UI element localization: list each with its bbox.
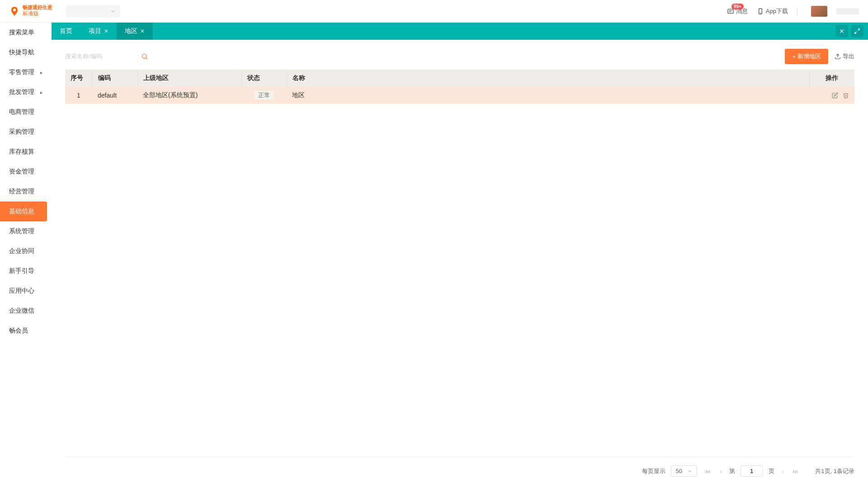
prev-page-button[interactable]: ‹ — [718, 468, 724, 475]
tab-label: 地区 — [125, 27, 137, 35]
status-badge: 正常 — [255, 91, 274, 99]
close-icon[interactable]: ✕ — [104, 28, 108, 34]
tab-label: 项目 — [89, 27, 101, 35]
per-page-select[interactable]: 50 — [671, 465, 697, 477]
tab-home[interactable]: 首页 — [52, 23, 80, 40]
tab-bar: 首页 项目✕ 地区✕ — [52, 23, 868, 40]
last-page-button[interactable]: ⏭ — [791, 468, 801, 475]
logo-icon — [9, 6, 20, 17]
svg-point-7 — [142, 54, 146, 58]
header-right: 99+ 消息 App下载 — [727, 6, 859, 17]
messages-button[interactable]: 99+ 消息 — [727, 7, 748, 15]
cell-name: 地区 — [287, 87, 809, 104]
expand-icon — [854, 28, 860, 34]
table-row[interactable]: 1 default 全部地区(系统预置) 正常 地区 — [65, 87, 854, 104]
cell-code: default — [92, 87, 137, 104]
sidebar-item-label: 资金管理 — [9, 168, 34, 176]
sidebar-item-label: 电商管理 — [9, 108, 34, 116]
messages-badge: 99+ — [731, 4, 744, 9]
tab-project[interactable]: 项目✕ — [80, 23, 117, 40]
chevron-down-icon — [110, 9, 116, 14]
sidebar-item-purchase[interactable]: 采购管理 — [0, 122, 52, 142]
sidebar-item-guide[interactable]: 新手引导 — [0, 261, 52, 281]
sidebar-item-member[interactable]: 畅会员 — [0, 321, 52, 341]
sidebar-item-quicknav[interactable]: 快捷导航 — [0, 42, 52, 62]
export-button[interactable]: 导出 — [835, 52, 854, 61]
sidebar-item-wholesale[interactable]: 批发管理▸ — [0, 82, 52, 102]
export-label: 导出 — [843, 52, 854, 61]
fullscreen-button[interactable] — [851, 25, 863, 38]
toolbar-right: + 新增地区 导出 — [785, 49, 854, 64]
tab-label: 首页 — [60, 27, 72, 35]
sidebar-item-ecommerce[interactable]: 电商管理 — [0, 102, 52, 122]
main-content: + 新增地区 导出 序号 编码 上级地区 状态 名称 操作 1 default — [52, 40, 868, 488]
caret-icon: ▸ — [40, 70, 42, 75]
sidebar-item-retail[interactable]: 零售管理▸ — [0, 62, 52, 82]
region-table: 序号 编码 上级地区 状态 名称 操作 1 default 全部地区(系统预置)… — [65, 70, 854, 104]
org-selector[interactable] — [66, 5, 120, 18]
svg-line-8 — [146, 58, 147, 59]
user-name-placeholder[interactable] — [836, 8, 859, 14]
per-page-value: 50 — [676, 468, 682, 474]
header: 畅捷通好生意 标准版 99+ 消息 App下载 — [0, 0, 868, 23]
divider — [797, 7, 797, 15]
first-page-button[interactable]: ⏮ — [703, 468, 712, 475]
cell-status: 正常 — [241, 87, 287, 104]
sidebar-item-label: 应用中心 — [9, 287, 34, 295]
sidebar-item-label: 企业协同 — [9, 247, 34, 255]
per-page-label: 每页显示 — [642, 467, 665, 475]
sidebar-item-appcenter[interactable]: 应用中心 — [0, 281, 52, 301]
caret-icon: ▸ — [40, 90, 42, 95]
sidebar-item-collab[interactable]: 企业协同 — [0, 241, 52, 261]
plus-icon: + — [792, 53, 796, 60]
sidebar-item-finance[interactable]: 资金管理 — [0, 162, 52, 182]
col-seq: 序号 — [65, 70, 92, 87]
page-summary: 共1页, 1条记录 — [815, 467, 854, 475]
edit-icon[interactable] — [832, 92, 838, 99]
sidebar-item-label: 新手引导 — [9, 267, 34, 275]
app-download-button[interactable]: App下载 — [757, 7, 788, 15]
pagination: 每页显示 50 ⏮ ‹ 第 页 › ⏭ 共1页, 1条记录 — [65, 457, 854, 488]
sidebar-item-label: 系统管理 — [9, 227, 34, 235]
sidebar-item-label: 批发管理 — [9, 88, 34, 96]
delete-icon[interactable] — [843, 92, 849, 99]
col-name: 名称 — [287, 70, 809, 87]
page-suffix: 页 — [769, 467, 774, 475]
close-icon[interactable]: ✕ — [140, 28, 145, 34]
cell-parent: 全部地区(系统预置) — [137, 87, 241, 104]
sidebar-item-basicinfo[interactable]: 基础信息 — [0, 202, 47, 221]
sidebar-item-manage[interactable]: 经营管理 — [0, 182, 52, 202]
tab-region[interactable]: 地区✕ — [117, 23, 153, 40]
sidebar-item-inventory[interactable]: 库存核算 — [0, 142, 52, 162]
col-op: 操作 — [809, 70, 854, 87]
avatar[interactable] — [811, 6, 827, 17]
page-input[interactable] — [741, 465, 763, 477]
sidebar-item-label: 快捷导航 — [9, 48, 34, 56]
chevron-down-icon — [688, 469, 692, 474]
sidebar-item-search[interactable]: 搜索菜单 — [0, 23, 52, 42]
svg-line-5 — [858, 29, 859, 31]
cell-seq: 1 — [65, 87, 92, 104]
sidebar-item-label: 企业微信 — [9, 307, 34, 315]
logo-brand: 畅捷通好生意 — [23, 5, 52, 10]
svg-rect-0 — [728, 9, 733, 13]
sidebar-item-label: 库存核算 — [9, 148, 34, 156]
search-icon[interactable] — [141, 53, 148, 60]
search-input[interactable] — [65, 53, 137, 60]
app-download-label: App下载 — [766, 7, 788, 15]
sidebar-item-system[interactable]: 系统管理 — [0, 221, 52, 241]
add-region-button[interactable]: + 新增地区 — [785, 49, 828, 64]
cell-op — [809, 87, 854, 104]
sidebar-item-wecom[interactable]: 企业微信 — [0, 301, 52, 321]
logo: 畅捷通好生意 标准版 — [9, 5, 52, 18]
table-header-row: 序号 编码 上级地区 状态 名称 操作 — [65, 70, 854, 87]
col-code: 编码 — [92, 70, 137, 87]
toolbar: + 新增地区 导出 — [65, 49, 854, 64]
close-all-button[interactable] — [835, 25, 848, 38]
close-icon — [839, 28, 845, 34]
svg-line-6 — [855, 32, 857, 33]
next-page-button[interactable]: › — [780, 468, 786, 475]
sidebar-item-label: 采购管理 — [9, 128, 34, 136]
page-prefix: 第 — [729, 467, 735, 475]
sidebar-item-label: 经营管理 — [9, 188, 34, 196]
